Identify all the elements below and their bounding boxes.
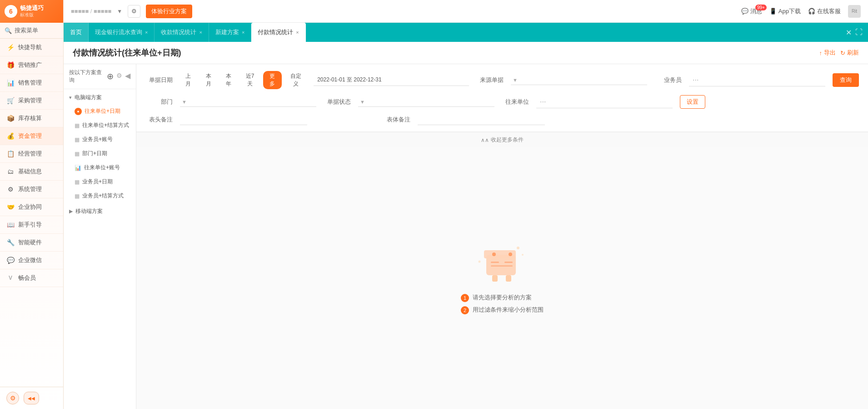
trial-btn[interactable]: 体验行业方案 [146,5,192,18]
staff-select[interactable]: ··· [689,74,825,86]
scheme-item-grid-icon: ▦ [75,193,80,199]
scheme-item-staff-date[interactable]: ▦ 业务员+日期 [64,175,136,189]
scheme-item-unit-account[interactable]: 📊 往来单位+账号 [64,161,136,175]
topbar-settings-btn[interactable]: ⚙ [128,5,140,18]
breadcrumb-chevron-icon[interactable]: ▼ [117,8,122,15]
tab-new-scheme-close-icon[interactable]: × [242,30,244,35]
tab-home[interactable]: 首页 [64,23,89,42]
scheme-item-label: 部门+日期 [82,150,107,157]
sidebar-item-member[interactable]: V 畅会员 [0,269,63,287]
scheme-add-btn[interactable]: ⊕ [107,72,114,81]
sidebar-item-fund[interactable]: 💰 资金管理 [0,127,63,145]
query-btn[interactable]: 查询 [833,73,859,87]
scheme-item-label: 往来单位+日期 [85,107,120,115]
tab-bank-close-icon[interactable]: × [145,30,148,35]
date-btn-this-month[interactable]: 本月 [200,71,216,90]
unit-dots-icon[interactable]: ··· [538,98,548,106]
app-subtitle: 标准版 [20,12,44,18]
empty-texts: 1 请先选择要分析的方案 2 用过滤条件来缩小分析范围 [461,293,544,318]
date-btn-last-month[interactable]: 上月 [180,71,196,90]
tab-receipt-close-icon[interactable]: × [199,30,202,35]
collapse-more-btn[interactable]: ∧∧ 收起更多条件 [136,132,868,147]
scheme-item-staff-account[interactable]: ▦ 业务员+账号 [64,132,136,146]
unit-select[interactable]: ··· [536,96,673,108]
refresh-btn[interactable]: ↻ 刷新 [840,49,859,57]
wechat-icon: 💬 [6,257,15,264]
scheme-item-unit-settle[interactable]: ▦ 往来单位+结算方式 [64,118,136,132]
export-label: 导出 [824,49,836,57]
sidebar-item-coop[interactable]: 🤝 企业协同 [0,198,63,216]
page-title: 付款情况统计(往来单位+日期) [73,47,181,58]
tab-payment-label: 付款情况统计 [258,28,293,36]
body-note-input[interactable] [418,114,545,125]
scheme-item-dept-date[interactable]: ▦ 部门+日期 [64,146,136,161]
date-btn-7days[interactable]: 近7天 [240,71,259,90]
window-close-icon[interactable]: ✕ [846,28,852,37]
header-note-input[interactable] [180,114,307,125]
tab-new-scheme-label: 新建方案 [215,28,239,36]
basic-icon: 🗂 [6,168,15,175]
coop-icon: 🤝 [6,203,15,211]
status-select[interactable]: ▼ [358,97,494,107]
export-btn[interactable]: ↑ 导出 [819,49,836,57]
tab-bank[interactable]: 现金银行流水查询 × [89,23,155,42]
staff-dots-icon[interactable]: ··· [691,76,700,84]
svg-point-10 [522,254,524,256]
sidebar-search[interactable]: 🔍 搜索菜单 [0,23,63,39]
sidebar-item-quick-nav[interactable]: ⚡ 快捷导航 [0,39,63,56]
source-select[interactable]: ▼ [511,76,647,85]
refresh-label: 刷新 [847,49,859,57]
collapse-chevron-icon: ∧∧ [481,137,489,143]
svg-rect-8 [506,275,511,282]
sidebar-item-system[interactable]: ⚙ 系统管理 [0,181,63,198]
scheme-group-mobile-header[interactable]: ▶ 移动端方案 [64,205,136,218]
sidebar-item-marketing[interactable]: 🎁 营销推广 [0,56,63,74]
svg-rect-7 [492,275,498,282]
settings-btn[interactable]: 设置 [680,95,705,109]
scheme-settings-btn[interactable]: ⚙ [116,72,122,81]
sidebar-item-label: 采购管理 [18,96,42,105]
sidebar-item-purchase[interactable]: 🛒 采购管理 [0,92,63,110]
breadcrumb: ■■■■■ / ■■■■■ [71,8,111,15]
date-btn-more[interactable]: 更多 [263,71,281,89]
scheme-collapse-btn[interactable]: ◀ [125,72,130,81]
sidebar-item-inventory[interactable]: 📦 库存核算 [0,110,63,127]
sidebar: 6 畅捷通巧 标准版 🔍 搜索菜单 ⚡ 快捷导航 🎁 营销推广 📊 销售管理 🛒… [0,0,64,409]
dept-select[interactable]: ▼ [180,97,316,107]
message-icon: 💬 [741,8,748,15]
sidebar-item-sales[interactable]: 📊 销售管理 [0,74,63,92]
filter-section: 单据日期 上月 本月 本年 近7天 更多 自定义 2022-01-01 至 20… [136,64,868,132]
tab-receipt[interactable]: 收款情况统计 × [155,23,209,42]
tab-payment-close-icon[interactable]: × [296,30,299,35]
user-avatar[interactable]: Rit [848,5,861,18]
date-btn-this-year[interactable]: 本年 [220,71,237,90]
sidebar-settings-btn[interactable]: ⚙ [6,392,19,404]
sidebar-item-basic[interactable]: 🗂 基础信息 [0,163,63,181]
scheme-toolbar-label: 按以下方案查询 [69,69,107,84]
sidebar-item-label: 快捷导航 [18,43,42,51]
tab-payment[interactable]: 付款情况统计 × [251,23,305,42]
app-download-btn[interactable]: 📱 App下载 [769,7,801,15]
scheme-group-mobile-label: 移动端方案 [75,207,103,215]
purchase-icon: 🛒 [6,97,15,104]
sidebar-item-label: 企业微信 [18,256,42,264]
scheme-item-staff-settle[interactable]: ▦ 业务员+结算方式 [64,189,136,203]
message-btn[interactable]: 💬 消息 99+ [741,7,762,15]
scheme-group-chevron-icon: ▾ [69,95,72,101]
online-service-btn[interactable]: 🎧 在线客服 [808,7,841,15]
svg-point-11 [479,260,481,263]
sidebar-item-wechat[interactable]: 💬 企业微信 [0,252,63,269]
sidebar-collapse-btn[interactable]: ◀◀ [24,392,39,404]
window-maximize-icon[interactable]: ⛶ [855,28,863,36]
svg-point-2 [492,252,496,256]
scheme-item-label: 往来单位+结算方式 [82,121,129,129]
sidebar-item-operation[interactable]: 📋 经营管理 [0,145,63,163]
export-icon: ↑ [819,50,823,56]
scheme-item-unit-date[interactable]: ● 往来单位+日期 [64,104,136,118]
scheme-item-grid-icon: ▦ [75,179,80,185]
scheme-group-desktop-header[interactable]: ▾ 电脑端方案 [64,91,136,104]
tab-new-scheme[interactable]: 新建方案 × [209,23,251,42]
date-btn-custom[interactable]: 自定义 [285,71,307,90]
sidebar-item-hardware[interactable]: 🔧 智能硬件 [0,234,63,252]
sidebar-item-guide[interactable]: 📖 新手引导 [0,216,63,234]
